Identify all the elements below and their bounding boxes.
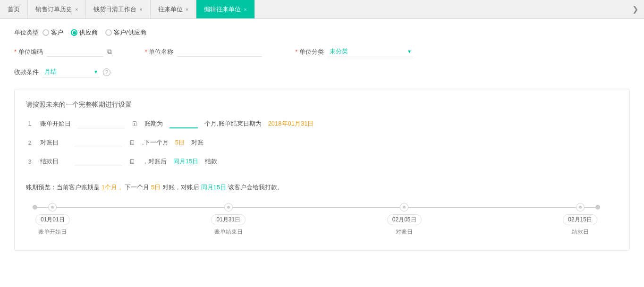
period-row-2-suffix: 对账 xyxy=(191,138,203,147)
tab-cash-work-label: 钱货日清工作台 xyxy=(93,5,136,14)
preview-part4: 该客户会给我打款。 xyxy=(228,184,283,191)
period-row-1: 1 账单开始日 2018-01-01 🗓 账期为 1 个月,账单结束日期为 20… xyxy=(26,118,618,128)
radio-supplier-label: 供应商 xyxy=(79,28,98,37)
unit-type-radio-group: 客户 供应商 客户/供应商 xyxy=(42,28,146,37)
preview-part2-prefix: 下一个月 xyxy=(125,184,149,191)
preview-label: 账期预览：当前客户账期是 xyxy=(26,184,100,191)
payment-terms-field: 收款条件 月结 ▾ ? xyxy=(14,67,110,77)
unit-code-input[interactable]: 000001 xyxy=(47,47,103,57)
tab-partner-unit-close[interactable]: × xyxy=(186,7,188,12)
timeline-node-4-dot xyxy=(579,206,582,209)
unit-name-input[interactable]: 河南供应商22 xyxy=(177,47,262,57)
timeline-node-4-date-box: 02月15日 xyxy=(563,214,597,225)
timeline-node-1-circle xyxy=(48,203,57,211)
tab-sales-order-history[interactable]: 销售订单历史 × xyxy=(28,0,86,18)
timeline-node-4-label: 结款日 xyxy=(572,228,589,236)
unit-category-value: 未分类 xyxy=(330,47,406,56)
reconciliation-date-input[interactable]: 2018-02-05 xyxy=(75,138,122,147)
timeline-node-1-dot xyxy=(51,206,54,209)
period-row-2-num: 2 xyxy=(26,139,34,146)
period-row-3-suffix: 结款 xyxy=(205,157,217,166)
timeline-node-2-date-box: 01月31日 xyxy=(211,214,246,225)
preview-part1: 1个月， xyxy=(102,184,123,191)
radio-customer-circle xyxy=(42,29,49,36)
unit-type-label: 单位类型 xyxy=(14,28,39,37)
help-icon[interactable]: ? xyxy=(103,68,110,76)
period-row-2-prefix: ,下一个月 xyxy=(142,138,169,147)
account-start-date-input[interactable]: 2018-01-01 xyxy=(77,119,125,128)
tab-cash-work[interactable]: 钱货日清工作台 × xyxy=(86,0,150,18)
unit-info-row: 单位编码 000001 ⧉ 单位名称 河南供应商22 单位分类 未分类 ▾ xyxy=(14,46,630,57)
timeline-node-2-dot xyxy=(227,206,230,209)
timeline-container: 01月01日 账单开始日 01月31日 账单结束日 xyxy=(26,203,607,236)
period-row-3-prefix: ，对账后 xyxy=(142,157,167,166)
unit-category-select[interactable]: 未分类 ▾ xyxy=(328,46,413,57)
unit-name-label: 单位名称 xyxy=(145,48,174,56)
tab-expand-button[interactable]: ❯ xyxy=(627,5,644,14)
period-row-1-num: 1 xyxy=(26,120,34,127)
payment-terms-select[interactable]: 月结 ▾ xyxy=(42,67,99,77)
timeline-node-2: 01月31日 账单结束日 xyxy=(211,203,246,236)
timeline-nodes: 01月01日 账单开始日 01月31日 账单结束日 xyxy=(35,203,597,236)
payment-terms-dropdown-icon: ▾ xyxy=(94,68,97,75)
tab-bar: 首页 销售订单历史 × 钱货日清工作台 × 往来单位 × 编辑往来单位 × ❯ xyxy=(0,0,644,19)
tab-home-label: 首页 xyxy=(8,5,20,14)
payment-date-input[interactable]: 2018-02-15 xyxy=(75,157,122,166)
tab-edit-partner-unit-label: 编辑往来单位 xyxy=(204,5,241,14)
tab-home[interactable]: 首页 xyxy=(0,0,28,18)
preview-section: 账期预览：当前客户账期是 1个月， 下一个月 5日 对账，对账后 同月15日 该… xyxy=(26,176,618,241)
tab-sales-order-history-close[interactable]: × xyxy=(75,7,78,12)
period-settings-box: 请按照未来的一个完整帐期进行设置 1 账单开始日 2018-01-01 🗓 账期… xyxy=(14,89,630,251)
period-row-3-highlight: 同月15日 xyxy=(173,157,198,166)
radio-both-label: 客户/供应商 xyxy=(114,28,146,37)
timeline-node-1: 01月01日 账单开始日 xyxy=(35,203,70,236)
reconciliation-date-calendar-icon[interactable]: 🗓 xyxy=(129,139,136,146)
period-row-2: 2 对账日 2018-02-05 🗓 ,下一个月 5日 对账 xyxy=(26,138,618,147)
tab-cash-work-close[interactable]: × xyxy=(139,7,142,12)
tab-partner-unit[interactable]: 往来单位 × xyxy=(151,0,196,18)
period-row-1-end-date: 2018年01月31日 xyxy=(268,119,314,128)
preview-part3-highlight: 同月15日 xyxy=(201,184,226,191)
timeline-node-3: 02月05日 对账日 xyxy=(387,203,422,236)
unit-code-field: 单位编码 000001 ⧉ xyxy=(14,47,112,57)
timeline-node-1-label: 账单开始日 xyxy=(38,228,67,236)
unit-category-label: 单位分类 xyxy=(295,48,324,56)
preview-part3-prefix: 对账，对账后 xyxy=(162,184,199,191)
unit-type-row: 单位类型 客户 供应商 客户/供应商 xyxy=(14,28,630,37)
months-input[interactable]: 1 xyxy=(169,118,198,128)
unit-name-field: 单位名称 河南供应商22 xyxy=(145,47,263,57)
timeline-node-3-dot xyxy=(403,206,406,209)
radio-customer-label: 客户 xyxy=(51,28,63,37)
payment-terms-label: 收款条件 xyxy=(14,68,39,76)
payment-terms-value: 月结 xyxy=(44,68,93,76)
timeline-node-3-circle xyxy=(400,203,408,211)
tab-sales-order-history-label: 销售订单历史 xyxy=(35,5,72,14)
period-row-3-num: 3 xyxy=(26,158,34,165)
unit-category-dropdown-icon: ▾ xyxy=(408,48,411,55)
unit-type-field: 单位类型 客户 供应商 客户/供应商 xyxy=(14,28,146,37)
radio-customer[interactable]: 客户 xyxy=(42,28,63,37)
payment-terms-row: 收款条件 月结 ▾ ? xyxy=(14,67,630,77)
copy-icon[interactable]: ⧉ xyxy=(107,48,112,56)
unit-category-field: 单位分类 未分类 ▾ xyxy=(295,46,413,57)
period-row-3: 3 结款日 2018-02-15 🗓 ，对账后 同月15日 结款 xyxy=(26,157,618,166)
tab-edit-partner-unit[interactable]: 编辑往来单位 × xyxy=(196,0,254,18)
timeline-node-2-label: 账单结束日 xyxy=(214,228,243,236)
radio-both[interactable]: 客户/供应商 xyxy=(105,28,146,37)
period-row-1-label: 账单开始日 xyxy=(40,119,71,128)
payment-date-calendar-icon[interactable]: 🗓 xyxy=(129,158,136,165)
timeline-node-1-date-box: 01月01日 xyxy=(35,214,70,225)
account-start-date-calendar-icon[interactable]: 🗓 xyxy=(131,120,138,127)
timeline-node-4-circle xyxy=(576,203,585,211)
unit-code-label: 单位编码 xyxy=(14,48,43,56)
timeline-node-3-date-box: 02月05日 xyxy=(387,214,422,225)
period-row-1-suffix-after: 个月,账单结束日期为 xyxy=(204,119,262,128)
period-row-2-highlight: 5日 xyxy=(175,138,185,147)
timeline-node-2-circle xyxy=(224,203,233,211)
tab-edit-partner-unit-close[interactable]: × xyxy=(244,7,246,12)
preview-text: 账期预览：当前客户账期是 1个月， 下一个月 5日 对账，对账后 同月15日 该… xyxy=(26,183,607,192)
period-title: 请按照未来的一个完整帐期进行设置 xyxy=(26,101,618,109)
main-content: 单位类型 客户 供应商 客户/供应商 单位编码 000001 xyxy=(0,19,644,287)
period-row-3-label: 结款日 xyxy=(40,157,68,166)
radio-supplier[interactable]: 供应商 xyxy=(71,28,98,37)
